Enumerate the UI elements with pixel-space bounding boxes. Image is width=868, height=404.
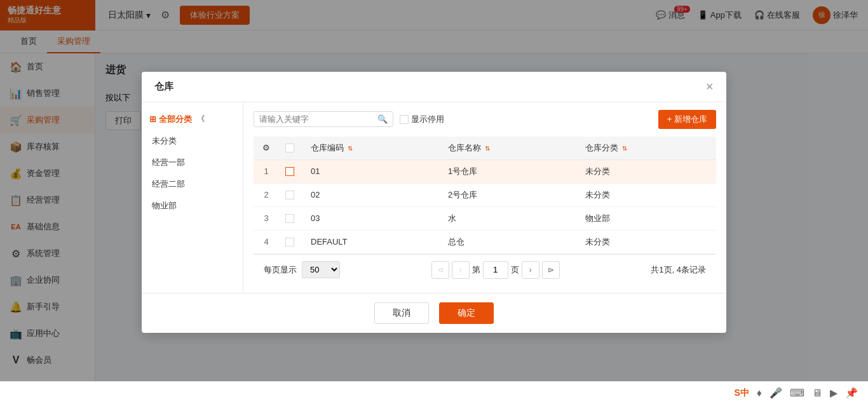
row-category-2: 未分类 (579, 183, 716, 206)
row-code-4: DEFAULT (304, 230, 442, 253)
last-page-btn[interactable]: ⊳ (542, 261, 560, 279)
row-code-1: 01 (304, 159, 442, 183)
warehouse-table: ⚙ 仓库编码 ⇅ 仓库名称 (254, 137, 716, 254)
modal-body: ⊞ 全部分类 《 未分类 经营一部 经营二部 物业部 (142, 102, 726, 293)
category-ops2-label: 经营二部 (152, 179, 185, 189)
page-prefix: 第 (472, 264, 480, 276)
confirm-button[interactable]: 确定 (439, 302, 494, 324)
modal-title: 仓库 (154, 81, 173, 93)
col-category-label: 仓库分类 (585, 143, 618, 152)
col-code-sort-icon: ⇅ (348, 145, 353, 152)
add-warehouse-button[interactable]: + 新增仓库 (658, 110, 716, 129)
row-category-3: 物业部 (579, 206, 716, 230)
modal-toolbar: 🔍 显示停用 + 新增仓库 (254, 110, 716, 129)
all-category-label: 全部分类 (159, 114, 192, 125)
row-num-4: 4 (254, 230, 279, 253)
row-4-checkbox[interactable] (285, 238, 294, 246)
col-code: 仓库编码 ⇅ (304, 137, 442, 160)
bottom-play-icon[interactable]: ▶ (830, 387, 837, 399)
category-ops1-label: 经营一部 (152, 158, 185, 167)
row-name-3: 水 (442, 206, 579, 230)
pagination-area: 每页显示 50 20 100 ⊲ ‹ 第 页 › ⊳ (254, 254, 716, 285)
bottom-diamond-icon[interactable]: ♦ (757, 387, 762, 399)
col-name-label: 仓库名称 (448, 143, 481, 152)
bottom-logo-icon[interactable]: S中 (734, 387, 749, 399)
modal-overlay: 仓库 ✕ ⊞ 全部分类 《 未分类 经营一部 经营二部 (0, 0, 868, 404)
row-checkbox-3[interactable] (279, 206, 304, 230)
col-checkbox (279, 137, 304, 160)
row-1-checkbox[interactable] (285, 167, 294, 176)
category-unclassified-label: 未分类 (152, 136, 177, 145)
row-checkbox-2[interactable] (279, 183, 304, 206)
category-property-label: 物业部 (152, 201, 177, 210)
show-disabled-checkbox[interactable] (400, 115, 409, 124)
row-name-4: 总仓 (442, 230, 579, 253)
table-row[interactable]: 4 DEFAULT 总仓 未分类 (254, 230, 716, 253)
col-name-sort-icon: ⇅ (485, 145, 490, 152)
col-gear: ⚙ (254, 137, 279, 160)
next-page-btn[interactable]: › (522, 261, 539, 279)
row-code-3: 03 (304, 206, 442, 230)
col-category: 仓库分类 ⇅ (579, 137, 716, 160)
prev-page-btn[interactable]: ‹ (452, 261, 470, 279)
modal-action-buttons: 取消 确定 (142, 293, 726, 333)
per-page-label: 每页显示 (264, 264, 297, 276)
row-num-1: 1 (254, 159, 279, 183)
row-num-3: 3 (254, 206, 279, 230)
bottombar: S中 ♦ 🎤 ⌨ 🖥 ▶ 📌 (0, 381, 868, 404)
row-code-2: 02 (304, 183, 442, 206)
show-disabled-toggle[interactable]: 显示停用 (400, 114, 444, 125)
cancel-button[interactable]: 取消 (374, 302, 429, 324)
table-header-row: ⚙ 仓库编码 ⇅ 仓库名称 (254, 137, 716, 160)
category-unclassified[interactable]: 未分类 (142, 130, 243, 152)
col-gear-icon: ⚙ (262, 143, 270, 152)
row-2-checkbox[interactable] (285, 191, 294, 199)
bottom-pin-icon[interactable]: 📌 (845, 387, 858, 399)
col-code-label: 仓库编码 (311, 143, 344, 152)
col-name: 仓库名称 ⇅ (442, 137, 579, 160)
modal-close-button[interactable]: ✕ (705, 81, 714, 93)
modal-content: 🔍 显示停用 + 新增仓库 ⚙ (243, 102, 726, 293)
category-property-dept[interactable]: 物业部 (142, 195, 243, 217)
page-number-input[interactable] (483, 261, 508, 279)
per-page-select[interactable]: 50 20 100 (302, 261, 340, 278)
bottom-monitor-icon[interactable]: 🖥 (812, 387, 822, 399)
table-row[interactable]: 2 02 2号仓库 未分类 (254, 183, 716, 206)
total-records: 共1页, 4条记录 (651, 264, 706, 276)
table-row[interactable]: 1 01 1号仓库 未分类 (254, 159, 716, 183)
grid-icon: ⊞ (149, 114, 156, 124)
row-checkbox-4[interactable] (279, 230, 304, 253)
pagination: ⊲ ‹ 第 页 › ⊳ (431, 261, 560, 279)
page-suffix: 页 (511, 264, 519, 276)
row-num-2: 2 (254, 183, 279, 206)
collapse-btn[interactable]: 《 (194, 114, 207, 125)
modal-header: 仓库 ✕ (142, 72, 726, 102)
modal-category-sidebar: ⊞ 全部分类 《 未分类 经营一部 经营二部 物业部 (142, 102, 243, 293)
search-input[interactable] (259, 114, 374, 124)
row-name-1: 1号仓库 (442, 159, 579, 183)
row-category-4: 未分类 (579, 230, 716, 253)
row-checkbox-1[interactable] (279, 159, 304, 183)
row-category-1: 未分类 (579, 159, 716, 183)
all-category-btn[interactable]: ⊞ 全部分类 《 (142, 109, 243, 130)
first-page-btn[interactable]: ⊲ (431, 261, 449, 279)
warehouse-modal: 仓库 ✕ ⊞ 全部分类 《 未分类 经营一部 经营二部 (142, 72, 726, 333)
bottom-keyboard-icon[interactable]: ⌨ (790, 387, 804, 399)
search-icon[interactable]: 🔍 (377, 114, 388, 124)
table-row[interactable]: 3 03 水 物业部 (254, 206, 716, 230)
category-ops-dept2[interactable]: 经营二部 (142, 173, 243, 195)
search-box: 🔍 (254, 111, 393, 127)
row-3-checkbox[interactable] (285, 214, 294, 223)
bottom-mic-icon[interactable]: 🎤 (770, 387, 782, 399)
select-all-checkbox[interactable] (285, 144, 294, 152)
show-disabled-label: 显示停用 (411, 114, 444, 125)
category-ops-dept1[interactable]: 经营一部 (142, 152, 243, 173)
row-name-2: 2号仓库 (442, 183, 579, 206)
col-category-sort-icon: ⇅ (622, 145, 627, 152)
